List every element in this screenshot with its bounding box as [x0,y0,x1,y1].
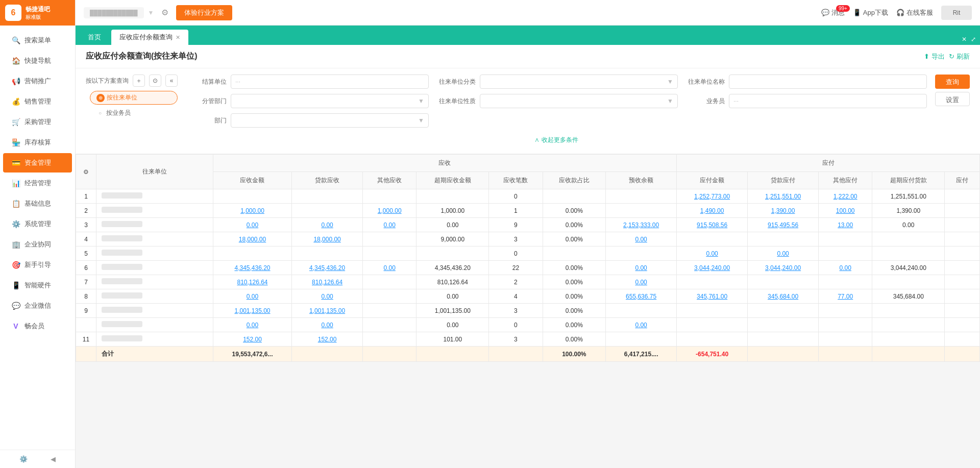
row-pay-amount [677,275,748,289]
row-pay-loan [748,332,819,347]
row-recv-count: 0 [489,189,543,204]
sidebar-item-label: 新手引导 [24,260,51,269]
row-prepay-balance: 0.00 [606,275,677,289]
settlement-dots: ··· [235,78,240,85]
th-settings[interactable]: ⚙ [76,155,96,189]
minimize-icon[interactable]: ✕ [962,36,967,43]
row-pay-loan: 345,684.00 [748,289,819,304]
sidebar-item-basic[interactable]: 📋 基础信息 [3,194,72,213]
row-pay-col14 [945,204,980,218]
message-icon: 💬 [821,9,829,16]
settlement-input[interactable]: ··· [231,75,429,89]
table-row: 5 0 0.00 0.00 [76,247,980,261]
th-pay-col14: 应付 [945,172,980,189]
refresh-btn[interactable]: ↻ 刷新 [949,52,970,61]
row-pay-amount: 1,252,773.00 [677,189,748,204]
unit-nature-input[interactable]: ▼ [480,94,678,108]
trial-btn[interactable]: 体验行业方案 [176,5,232,20]
collapse-btn[interactable]: ∧ 收起更多条件 [186,133,927,147]
sidebar-item-finance[interactable]: 💳 资金管理 [3,153,72,173]
tab-home[interactable]: 首页 [80,30,109,45]
row-prepay-balance: 2,153,333.00 [606,218,677,232]
sidebar-item-inventory[interactable]: 🏪 库存核算 [3,133,72,152]
th-receivable-group: 应收 [213,155,676,172]
sidebar-item-smart[interactable]: 📱 智能硬件 [3,276,72,295]
maximize-icon[interactable]: ⤢ [971,36,976,43]
app-download-btn[interactable]: 📱 App下载 [853,8,888,17]
sidebar-item-marketing[interactable]: 📢 营销推广 [3,71,72,91]
app-icon: 📱 [853,9,861,16]
sidebar-item-system[interactable]: ⚙️ 系统管理 [3,214,72,234]
row-recv-overdue: 4,345,436.20 [416,261,489,275]
sidebar-item-label: 企业微信 [24,301,51,310]
breadcrumb-arrow: ▼ [148,9,154,16]
sidebar-item-wechat[interactable]: 💬 企业微信 [3,296,72,315]
tab-close-icon[interactable]: ✕ [176,34,180,41]
row-recv-ratio: 0.00% [543,218,606,232]
row-recv-ratio: 0.00% [543,275,606,289]
row-partner [96,204,213,218]
row-pay-col14 [945,318,980,332]
row-recv-loan: 18,000.00 [292,232,363,247]
tab-balance[interactable]: 应收应付余额查询 ✕ [111,30,188,45]
settings-filter-btn[interactable]: ⊙ [149,75,161,87]
add-filter-btn[interactable]: ＋ [133,75,145,87]
row-pay-other: 0.00 [819,261,872,275]
row-prepay-balance: 0.00 [606,232,677,247]
row-no: 5 [76,247,96,261]
dept-input[interactable]: ▼ [231,113,429,128]
row-pay-col14 [945,332,980,347]
row-recv-other [363,289,416,304]
export-btn[interactable]: ⬆ 导出 [924,52,945,61]
query-btn[interactable]: 查询 [935,75,970,89]
filter-by-unit[interactable]: ⊕ 按往来单位 [90,91,178,105]
row-recv-ratio: 0.00% [543,261,606,275]
th-pay-loan: 贷款应付 [748,172,819,189]
row-pay-overdue [872,318,945,332]
row-no: 6 [76,261,96,275]
salesman-dots: ··· [733,97,739,105]
sidebar-item-sales[interactable]: 💰 销售管理 [3,92,72,111]
refresh-icon: ↻ [949,53,954,60]
th-recv-other: 其他应收 [363,172,416,189]
sidebar-logo: 6 畅捷通吧 标准版 [0,0,75,26]
sidebar-item-guide[interactable]: 🎯 新手引导 [3,255,72,275]
sidebar-item-quick[interactable]: 🏠 快捷导航 [3,51,72,70]
filter-by-staff[interactable]: ○ 按业务员 [90,107,178,119]
row-pay-loan [748,275,819,289]
unit-category-input[interactable]: ▼ [480,75,678,89]
sidebar-item-search[interactable]: 🔍 搜索菜单 [3,31,72,50]
sidebar-item-member[interactable]: V 畅会员 [3,316,72,336]
row-prepay-balance: 655,636.75 [606,289,677,304]
collapse-bottom-btn[interactable]: ◀ [51,455,56,463]
row-pay-overdue [872,232,945,247]
dept-mgr-input[interactable]: ▼ [231,94,429,108]
row-no: 1 [76,189,96,204]
salesman-input[interactable]: ··· [729,94,927,108]
setting-btn[interactable]: 设置 [935,92,970,106]
row-pay-loan: 1,251,551.00 [748,189,819,204]
row-prepay-balance [606,332,677,347]
row-recv-amount: 18,000.00 [213,232,291,247]
th-recv-overdue: 超期应收金额 [416,172,489,189]
user-avatar[interactable]: Rit [941,6,972,20]
row-recv-amount [213,189,291,204]
gear-button[interactable]: ⚙ [158,6,172,20]
unit-name-input[interactable] [729,75,927,89]
sidebar-item-purchase[interactable]: 🛒 采购管理 [3,112,72,132]
row-recv-count: 3 [489,232,543,247]
member-icon: V [11,322,20,331]
service-btn[interactable]: 🎧 在线客服 [896,8,933,17]
footer-recv-amount: 19,553,472,6... [213,347,291,362]
search-icon: 🔍 [11,36,20,45]
row-recv-ratio: 0.00% [543,204,606,218]
back-filter-btn[interactable]: « [165,75,178,87]
sidebar-item-operation[interactable]: 📊 经营管理 [3,174,72,193]
messages-btn[interactable]: 💬 消息 99+ [821,8,845,17]
row-pay-other [819,304,872,318]
row-pay-amount [677,318,748,332]
footer-empty [76,347,96,362]
sidebar-item-corp[interactable]: 🏢 企业协同 [3,235,72,254]
settings-bottom-btn[interactable]: ⚙️ [19,455,28,463]
footer-empty7 [819,347,872,362]
